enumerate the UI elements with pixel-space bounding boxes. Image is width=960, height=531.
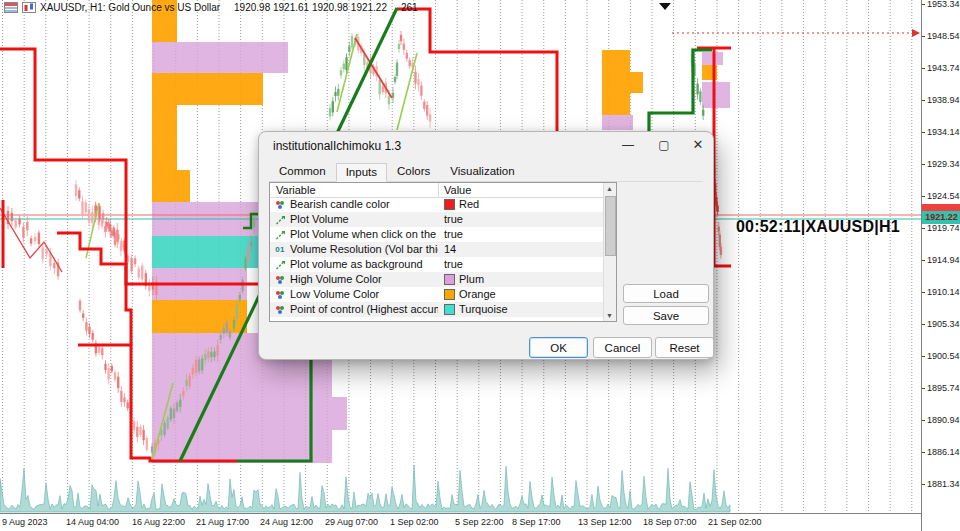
- symbol-title: XAUUSDr, H1: Gold Ounce vs US Dollar: [40, 2, 220, 13]
- row-type-icon: [274, 200, 286, 210]
- table-scrollbar[interactable]: ▲ ▼: [603, 183, 616, 321]
- color-swatch: [444, 199, 455, 210]
- time-tick-label: 5 Sep 22:00: [455, 517, 504, 527]
- row-variable: Plot Volume when click on the channel: [290, 227, 438, 242]
- color-swatch: [444, 289, 455, 300]
- scrollbar-thumb[interactable]: [605, 196, 616, 256]
- tick-volume-readout: 261: [401, 2, 418, 13]
- table-row[interactable]: Point of control (Highest accumulation .…: [270, 302, 604, 317]
- row-type-icon: [274, 230, 286, 240]
- price-tick-label: 1910.14: [927, 287, 960, 297]
- time-tick-label: 8 Sep 17:00: [512, 517, 561, 527]
- price-tick-label: 1929.34: [927, 159, 960, 169]
- time-tick-label: 13 Sep 12:00: [578, 517, 632, 527]
- time-tick-label: 29 Aug 07:00: [325, 517, 378, 527]
- time-tick-label: 24 Aug 12:00: [260, 517, 313, 527]
- row-variable: Plot Volume: [290, 212, 349, 227]
- row-value[interactable]: true: [438, 257, 604, 272]
- chart-properties-icon[interactable]: [4, 2, 18, 13]
- time-axis[interactable]: 9 Aug 202314 Aug 04:0016 Aug 22:0021 Aug…: [0, 513, 921, 531]
- dialog-titlebar[interactable]: institutionalIchimoku 1.3 — ▢ ✕: [259, 132, 713, 158]
- table-row[interactable]: Low Volume ColorOrange: [270, 287, 604, 302]
- table-row[interactable]: Plot Volumetrue: [270, 212, 604, 227]
- ok-button[interactable]: OK: [529, 337, 588, 358]
- price-tick-label: 1886.14: [927, 447, 960, 457]
- price-tick-label: 1905.34: [927, 319, 960, 329]
- indicator-icon[interactable]: [22, 2, 36, 13]
- time-tick-label: 14 Aug 04:00: [66, 517, 119, 527]
- tab-inputs[interactable]: Inputs: [336, 163, 387, 182]
- row-type-icon: [274, 305, 286, 315]
- row-type-icon: 01: [274, 242, 286, 257]
- column-header-value: Value: [444, 183, 471, 197]
- table-row[interactable]: Plot volume as backgroundtrue: [270, 257, 604, 272]
- price-tick-label: 1900.54: [927, 351, 960, 361]
- close-icon[interactable]: ✕: [685, 135, 711, 155]
- price-tick-label: 1890.94: [927, 415, 960, 425]
- column-header-variable: Variable: [276, 183, 316, 197]
- chart-title-overlay: XAUUSDr, H1: Gold Ounce vs US Dollar 192…: [4, 2, 418, 13]
- tab-visualization[interactable]: Visualization: [440, 162, 524, 181]
- time-tick-label: 18 Sep 07:00: [643, 517, 697, 527]
- color-swatch: [444, 274, 455, 285]
- row-value[interactable]: true: [438, 212, 604, 227]
- scroll-down-icon[interactable]: ▼: [604, 310, 615, 321]
- row-value[interactable]: 14: [438, 242, 604, 257]
- current-price-tag: 1921.22: [922, 211, 960, 224]
- table-row[interactable]: Bearish candle colorRed: [270, 197, 604, 212]
- scroll-up-icon[interactable]: ▲: [604, 183, 615, 194]
- row-type-icon: [274, 275, 286, 285]
- row-variable: Bearish candle color: [290, 197, 390, 212]
- time-tick-label: 9 Aug 2023: [2, 517, 48, 527]
- price-tick-label: 1924.54: [927, 191, 960, 201]
- price-tick-label: 1948.54: [927, 31, 960, 41]
- mt5-chart-window: XAUUSDr, H1: Gold Ounce vs US Dollar 192…: [0, 0, 960, 531]
- table-row[interactable]: Plot Volume when click on the channeltru…: [270, 227, 604, 242]
- row-value[interactable]: Orange: [438, 287, 604, 302]
- tab-colors[interactable]: Colors: [387, 162, 440, 181]
- row-value[interactable]: true: [438, 227, 604, 242]
- color-swatch: [444, 304, 455, 315]
- ohlc-readout: 1920.98 1921.61 1920.98 1921.22: [234, 2, 387, 13]
- table-row[interactable]: 01Volume Resolution (Vol bar thickness)1…: [270, 242, 604, 257]
- candle-countdown-label: 00:52:11|XAUUSD|H1: [736, 218, 900, 236]
- price-tick-label: 1919.74: [927, 223, 960, 233]
- row-variable: High Volume Color: [290, 272, 382, 287]
- maximize-button[interactable]: ▢: [651, 135, 677, 155]
- save-button[interactable]: Save: [623, 306, 709, 325]
- price-tick-label: 1914.94: [927, 255, 960, 265]
- time-tick-label: 21 Sep 02:00: [708, 517, 762, 527]
- dialog-tab-bar: CommonInputsColorsVisualization: [269, 160, 703, 182]
- row-type-icon: [274, 215, 286, 225]
- minimize-button[interactable]: —: [615, 135, 641, 155]
- time-tick-label: 21 Aug 17:00: [196, 517, 249, 527]
- row-value[interactable]: Turquoise: [438, 302, 604, 317]
- price-tick-label: 1895.74: [927, 383, 960, 393]
- row-type-icon: [274, 290, 286, 300]
- price-axis[interactable]: 1953.341948.541943.741938.941934.141929.…: [921, 0, 960, 531]
- indicator-properties-dialog: institutionalIchimoku 1.3 — ▢ ✕ CommonIn…: [258, 131, 714, 360]
- time-tick-label: 1 Sep 02:00: [390, 517, 439, 527]
- load-button[interactable]: Load: [623, 284, 709, 303]
- row-value[interactable]: Plum: [438, 272, 604, 287]
- price-tick-label: 1938.94: [927, 95, 960, 105]
- dialog-title: institutionalIchimoku 1.3: [273, 139, 401, 153]
- price-tick-label: 1881.34: [927, 479, 960, 489]
- cancel-button[interactable]: Cancel: [593, 337, 652, 358]
- row-variable: Plot volume as background: [290, 257, 423, 272]
- parameters-table: Variable Value Bearish candle colorRedPl…: [269, 182, 617, 322]
- row-variable: Point of control (Highest accumulation .…: [290, 302, 438, 317]
- table-row[interactable]: High Volume ColorPlum: [270, 272, 604, 287]
- table-header-row: Variable Value: [270, 183, 604, 198]
- row-type-icon: [274, 260, 286, 270]
- tab-common[interactable]: Common: [269, 162, 336, 181]
- price-tick-label: 1953.34: [927, 0, 960, 9]
- time-tick-label: 16 Aug 22:00: [132, 517, 185, 527]
- row-value[interactable]: Red: [438, 197, 604, 212]
- price-tick-label: 1934.14: [927, 127, 960, 137]
- price-tick-label: 1943.74: [927, 63, 960, 73]
- row-variable: Volume Resolution (Vol bar thickness): [290, 242, 438, 257]
- reset-button[interactable]: Reset: [655, 337, 714, 358]
- row-variable: Low Volume Color: [290, 287, 379, 302]
